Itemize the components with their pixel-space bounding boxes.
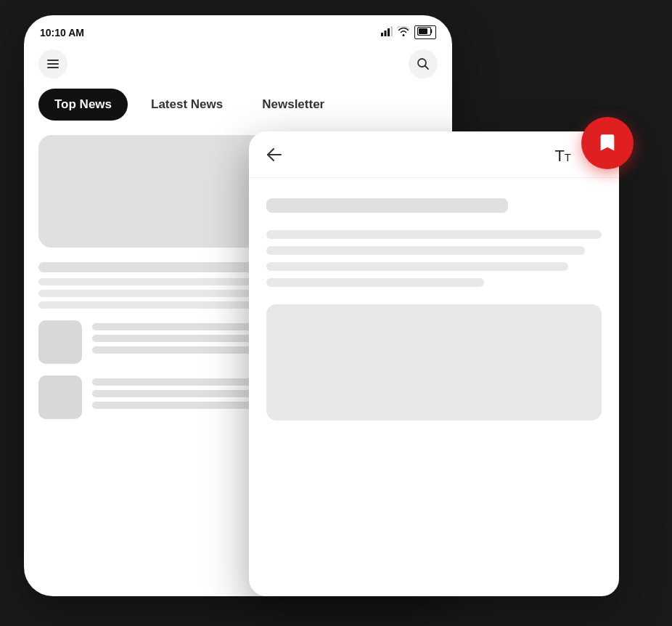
hamburger-line-3	[47, 67, 59, 68]
back-button[interactable]	[266, 147, 282, 166]
svg-rect-0	[381, 33, 383, 36]
status-icons	[381, 25, 436, 39]
svg-rect-3	[391, 26, 393, 36]
search-button[interactable]	[409, 49, 438, 78]
text-size-icon[interactable]: TT	[554, 147, 571, 166]
top-nav	[24, 45, 452, 89]
article-body-lines	[266, 230, 602, 287]
article-line	[266, 262, 568, 271]
scene: 10:10 AM	[24, 15, 648, 611]
hamburger-button[interactable]	[38, 49, 67, 78]
news-thumbnail	[38, 320, 82, 364]
hamburger-line-2	[47, 63, 59, 65]
tab-top-news[interactable]: Top News	[38, 89, 128, 121]
hamburger-line-1	[47, 60, 59, 61]
status-time: 10:10 AM	[40, 27, 84, 38]
article-image	[266, 304, 602, 420]
article-header: TT	[249, 131, 619, 178]
news-sub-bar	[38, 301, 278, 309]
svg-rect-2	[388, 28, 390, 36]
wifi-icon	[397, 26, 410, 38]
tab-newsletter[interactable]: Newsletter	[246, 89, 340, 121]
battery-icon	[414, 25, 436, 39]
article-line	[266, 230, 602, 239]
svg-rect-1	[385, 31, 387, 36]
bookmark-fab[interactable]	[581, 117, 634, 169]
article-line	[266, 246, 585, 255]
status-bar: 10:10 AM	[24, 15, 452, 45]
tab-latest-news[interactable]: Latest News	[135, 89, 239, 121]
signal-icon	[381, 26, 393, 38]
article-content	[249, 178, 619, 438]
news-thumbnail	[38, 375, 82, 419]
tab-bar: Top News Latest News Newsletter	[24, 89, 452, 121]
svg-rect-5	[419, 28, 427, 34]
phone-front: TT	[249, 131, 619, 596]
article-line	[266, 278, 484, 287]
article-title-bar	[266, 198, 508, 213]
svg-line-7	[425, 66, 429, 70]
